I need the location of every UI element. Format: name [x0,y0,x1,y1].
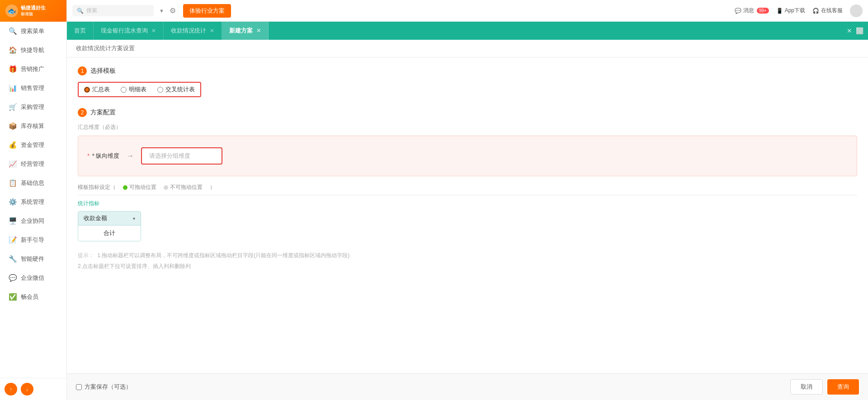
sidebar-footer-icon2[interactable]: ↓ [21,383,33,395]
template-radio-detail[interactable] [121,87,127,93]
system-icon: ⚙️ [9,198,17,206]
tabs-bar: 首页 现金银行流水查询 ✕ 收款情况统计 ✕ 新建方案 ✕ ✕ ⬜ [67,22,868,40]
trial-button[interactable]: 体验行业方案 [183,4,231,18]
sidebar-item-sales[interactable]: 📊 销售管理 [0,79,66,98]
operations-icon: 📈 [9,160,17,168]
hardware-icon: 🔧 [9,255,17,263]
cancel-button[interactable]: 取消 [790,379,823,395]
funds-icon: 💰 [9,141,17,149]
save-checkbox[interactable] [76,384,82,390]
template-option-detail[interactable]: 明细表 [121,85,146,94]
sidebar-item-member[interactable]: ✅ 畅会员 [0,287,66,306]
sidebar-item-search-menu[interactable]: 🔍 搜索菜单 [0,22,66,41]
tab-new-plan[interactable]: 新建方案 ✕ [222,22,269,40]
save-option[interactable]: 方案保存（可选） [76,383,132,391]
metrics-table: 收款金额 ▾ 合计 [78,211,141,241]
logo-icon: 🐟 [5,5,18,17]
inventory-icon: 📦 [9,122,17,130]
tabs-close-icon[interactable]: ✕ [847,27,852,34]
form-area: 1 选择模板 汇总表 明细表 交叉统计表 [67,57,868,373]
sidebar: 🐟 畅捷通好生 标准版 🔍 搜索菜单 🏠 快捷导航 🎁 营销推广 📊 销售管理 … [0,0,67,400]
draggable-legend: 可拖动位置 [123,184,156,191]
bottom-actions: 取消 查询 [790,379,859,395]
topbar-right: 💬 消息 99+ 📱 App下载 🎧 在线客服 [735,5,863,17]
app-download-button[interactable]: 📱 App下载 [776,7,805,14]
content-area: 收款情况统计方案设置 1 选择模板 汇总表 明细表 [67,40,868,400]
dimension-arrow-icon: → [127,152,134,160]
dimension-area: * * 纵向维度 → 请选择分组维度 [78,136,857,176]
marketing-icon: 🎁 [9,65,17,73]
summary-dimension-label: 汇总维度（必选） [78,123,857,131]
metrics-config-header: 模板指标设定（ 可拖动位置 不可拖动位置 ） [78,184,857,195]
metrics-section-label: 统计指标 [78,200,857,207]
sidebar-item-marketing[interactable]: 🎁 营销推广 [0,60,66,79]
service-button[interactable]: 🎧 在线客服 [812,7,843,14]
topbar-search[interactable]: 🔍 搜索 [72,5,154,16]
step1-number: 1 [78,66,87,75]
vertical-dimension-label: * * 纵向维度 [87,152,119,160]
step2-section: 2 方案配置 汇总维度（必选） * * 纵向维度 → 请选择分组维度 [78,108,857,272]
tab-collection-stats-close[interactable]: ✕ [210,28,214,34]
template-option-cross[interactable]: 交叉统计表 [157,85,195,94]
enterprise-icon: 🖥️ [9,217,17,225]
tab-bank-flow[interactable]: 现金银行流水查询 ✕ [94,22,164,40]
template-radio-cross[interactable] [157,87,163,93]
step2-header: 2 方案配置 [78,108,857,117]
topbar: 🔍 搜索 ▼ ⚙ 体验行业方案 💬 消息 99+ 📱 App下载 🎧 在线客服 [67,0,868,22]
bottom-bar: 方案保存（可选） 取消 查询 [67,373,868,400]
sidebar-item-operations[interactable]: 📈 经营管理 [0,155,66,174]
user-avatar[interactable] [850,5,863,17]
sidebar-item-hardware[interactable]: 🔧 智能硬件 [0,249,66,268]
metrics-table-header[interactable]: 收款金额 ▾ [78,212,141,226]
sidebar-footer-icon1[interactable]: ↑ [5,383,17,395]
page-title: 收款情况统计方案设置 [67,40,868,57]
sidebar-item-system[interactable]: ⚙️ 系统管理 [0,193,66,212]
guide-icon: 📝 [9,236,17,244]
step1-header: 1 选择模板 [78,66,857,75]
query-button[interactable]: 查询 [827,379,859,395]
sidebar-nav: 🔍 搜索菜单 🏠 快捷导航 🎁 营销推广 📊 销售管理 🛒 采购管理 📦 库存核… [0,22,66,378]
sidebar-item-basic-info[interactable]: 📋 基础信息 [0,174,66,193]
purchase-icon: 🛒 [9,103,17,111]
step1-title: 选择模板 [90,67,116,75]
tip1: 提示： 1.拖动标题栏可以调整布局，不可跨维度或指标区域拖动栏目字段(只能在同一… [78,250,857,261]
sidebar-item-purchase[interactable]: 🛒 采购管理 [0,98,66,117]
dimension-select[interactable]: 请选择分组维度 [141,147,222,165]
tab-bank-flow-close[interactable]: ✕ [151,28,156,34]
metrics-table-total-cell: 合计 [78,226,141,241]
messages-button[interactable]: 💬 消息 99+ [735,7,769,14]
search-icon: 🔍 [77,8,84,14]
dimension-row: * * 纵向维度 → 请选择分组维度 [87,147,222,165]
member-icon: ✅ [9,293,17,301]
sidebar-item-guide[interactable]: 📝 新手引导 [0,231,66,249]
template-option-summary[interactable]: 汇总表 [84,85,110,94]
sidebar-item-quick-nav[interactable]: 🏠 快捷导航 [0,41,66,60]
sidebar-footer: ↑ ↓ [0,378,66,400]
sales-icon: 📊 [9,84,17,92]
topbar-settings-icon[interactable]: ⚙ [170,6,176,15]
column-header-chevron-icon[interactable]: ▾ [133,216,135,221]
tab-home[interactable]: 首页 [67,22,94,40]
draggable-dot-icon [123,185,127,190]
sidebar-item-inventory[interactable]: 📦 库存核算 [0,117,66,136]
sidebar-logo: 🐟 畅捷通好生 标准版 [0,0,66,22]
sidebar-item-wechat[interactable]: 💬 企业微信 [0,268,66,287]
fixed-legend: 不可拖动位置 [164,184,203,191]
sidebar-item-funds[interactable]: 💰 资金管理 [0,136,66,155]
tips-area: 提示： 1.拖动标题栏可以调整布局，不可跨维度或指标区域拖动栏目字段(只能在同一… [78,250,857,272]
search-input[interactable]: 搜索 [86,7,97,14]
topbar-dropdown-icon[interactable]: ▼ [159,8,164,14]
basic-info-icon: 📋 [9,179,17,187]
sidebar-item-enterprise[interactable]: 🖥️ 企业协同 [0,212,66,231]
download-icon: 📱 [776,8,783,14]
fixed-dot-icon [164,185,168,190]
tab-collection-stats[interactable]: 收款情况统计 ✕ [164,22,222,40]
step1-section: 1 选择模板 汇总表 明细表 交叉统计表 [78,66,857,97]
template-radio-summary[interactable] [84,87,90,93]
tabs-expand-icon[interactable]: ⬜ [856,27,863,34]
tab-new-plan-close[interactable]: ✕ [256,28,261,34]
message-icon: 💬 [735,8,741,14]
main-area: 🔍 搜索 ▼ ⚙ 体验行业方案 💬 消息 99+ 📱 App下载 🎧 在线客服 [67,0,868,400]
step2-number: 2 [78,108,87,117]
logo-text: 畅捷通好生 标准版 [21,5,46,17]
